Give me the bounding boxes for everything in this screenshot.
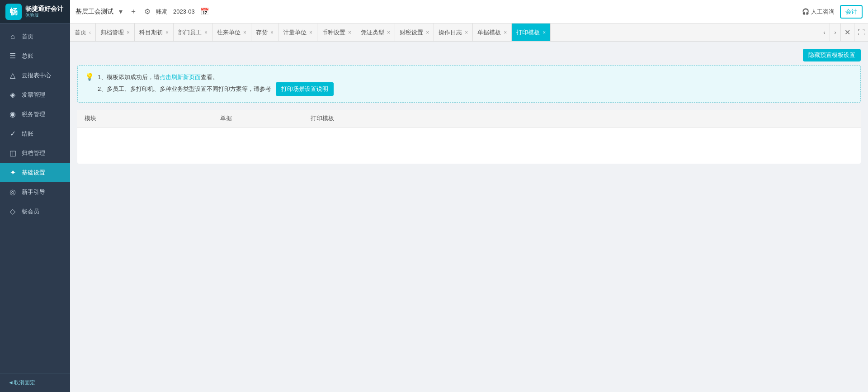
tab-partner[interactable]: 往来单位 × (212, 24, 251, 42)
nav-icon-guide: ◎ (8, 188, 17, 196)
logo-subtitle: 体验版 (25, 13, 63, 18)
tab-close-all[interactable]: ✕ (841, 24, 854, 42)
col-header-module: 模块 (77, 110, 213, 127)
tab-close-dept[interactable]: × (204, 29, 208, 36)
tab-close-tax_settings[interactable]: × (426, 29, 429, 36)
company-name: 基层工会测试 (75, 8, 113, 16)
tab-label-home: 首页 (75, 28, 86, 37)
main-content: 隐藏预置模板设置 💡 1、模板添加成功后，请点击刷新新页面查看。 2、多员工、多… (70, 42, 868, 392)
nav-label-home: 首页 (22, 33, 33, 41)
tab-currency[interactable]: 币种设置 × (317, 24, 356, 42)
tabs-bar: 首页 ‹归档管理 ×科目期初 ×部门员工 ×往来单位 ×存货 ×计量单位 ×币种… (70, 24, 868, 42)
tab-operation_log[interactable]: 操作日志 × (434, 24, 473, 42)
tab-dept[interactable]: 部门员工 × (174, 24, 212, 42)
tab-close-voucher_type[interactable]: × (387, 29, 390, 36)
notice-box: 💡 1、模板添加成功后，请点击刷新新页面查看。 2、多员工、多打印机、多种业务类… (77, 65, 861, 103)
tab-tax_settings[interactable]: 财税设置 × (395, 24, 434, 42)
account-button[interactable]: 会计 (840, 5, 863, 19)
tab-print_template[interactable]: 打印模板 × (512, 24, 551, 42)
tab-close-single_form[interactable]: × (504, 29, 507, 36)
tab-single_form[interactable]: 单据模板 × (473, 24, 512, 42)
tab-label-operation_log: 操作日志 (439, 28, 462, 37)
tab-label-subject: 科目期初 (139, 28, 163, 37)
tab-close-currency[interactable]: × (348, 29, 351, 36)
nav-label-tax: 税务管理 (22, 110, 45, 118)
sidebar-item-close[interactable]: ✓结账 (0, 124, 70, 143)
tab-label-dept: 部门员工 (178, 28, 202, 37)
tab-back-home[interactable]: ‹ (89, 29, 91, 36)
topbar-left: 基层工会测试 ▾ ＋ ⚙ 账期 2023-03 📅 (75, 5, 211, 18)
print-scene-btn[interactable]: 打印场景设置说明 (276, 82, 334, 95)
tab-label-partner: 往来单位 (217, 28, 241, 37)
nav-icon-home: ⌂ (8, 33, 17, 41)
tab-label-unit: 计量单位 (283, 28, 307, 37)
tab-unit[interactable]: 计量单位 × (278, 24, 317, 42)
tab-subject[interactable]: 科目期初 × (135, 24, 174, 42)
tab-voucher_type[interactable]: 凭证类型 × (356, 24, 395, 42)
tab-scroll-left[interactable]: ‹ (819, 24, 830, 42)
topbar: 基层工会测试 ▾ ＋ ⚙ 账期 2023-03 📅 🎧 人工咨询 会计 (70, 0, 868, 24)
sidebar-item-guide[interactable]: ◎新手引导 (0, 182, 70, 202)
tab-label-print_template: 打印模板 (516, 28, 540, 37)
tab-close-archive[interactable]: × (127, 29, 130, 36)
tab-close-unit[interactable]: × (309, 29, 312, 36)
sidebar-item-ledger[interactable]: ☰总账 (0, 46, 70, 66)
tab-close-inventory[interactable]: × (270, 29, 274, 36)
company-dropdown-icon[interactable]: ▾ (117, 5, 124, 18)
calendar-icon[interactable]: 📅 (198, 5, 211, 18)
nav-label-settings: 基础设置 (22, 169, 45, 177)
nav-icon-invoice: ◈ (8, 90, 17, 99)
sidebar-item-home[interactable]: ⌂首页 (0, 27, 70, 46)
logo-text: 畅捷通好会计 体验版 (25, 5, 63, 18)
sidebar-item-reports[interactable]: △云报表中心 (0, 66, 70, 85)
tab-label-archive: 归档管理 (100, 28, 124, 37)
tab-archive[interactable]: 归档管理 × (96, 24, 135, 42)
sidebar-item-vip[interactable]: ◇畅会员 (0, 202, 70, 221)
nav-label-close: 结账 (22, 130, 33, 138)
sidebar-nav: ⌂首页☰总账△云报表中心◈发票管理◉税务管理✓结账◫归档管理✦基础设置◎新手引导… (0, 24, 70, 373)
sidebar-item-invoice[interactable]: ◈发票管理 (0, 85, 70, 104)
settings-icon[interactable]: ⚙ (142, 5, 152, 18)
nav-label-guide: 新手引导 (22, 188, 45, 196)
nav-icon-reports: △ (8, 71, 17, 80)
nav-label-reports: 云报表中心 (22, 71, 51, 80)
table-header: 模块 单据 打印模板 (77, 110, 861, 128)
nav-icon-tax: ◉ (8, 110, 17, 118)
tab-close-operation_log[interactable]: × (465, 29, 468, 36)
nav-icon-archive: ◫ (8, 149, 17, 157)
logo-icon: 畅 (5, 4, 22, 20)
tab-label-single_form: 单据模板 (477, 28, 501, 37)
table-body (77, 128, 861, 164)
tab-expand[interactable]: ⛶ (854, 24, 868, 42)
tab-label-inventory: 存货 (256, 28, 268, 37)
sidebar-item-archive[interactable]: ◫归档管理 (0, 143, 70, 163)
topbar-right: 🎧 人工咨询 会计 (802, 5, 863, 19)
sidebar: 畅 畅捷通好会计 体验版 ⌂首页☰总账△云报表中心◈发票管理◉税务管理✓结账◫归… (0, 0, 70, 392)
logo-title: 畅捷通好会计 (25, 5, 63, 13)
notice-refresh-link[interactable]: 点击刷新新页面 (160, 74, 201, 80)
tab-inventory[interactable]: 存货 × (251, 24, 278, 42)
nav-label-ledger: 总账 (22, 52, 33, 60)
tab-scroll-right[interactable]: › (830, 24, 841, 42)
add-tab-icon[interactable]: ＋ (128, 5, 139, 18)
tab-close-partner[interactable]: × (243, 29, 246, 36)
period-label: 账期 (156, 8, 168, 16)
headset-icon: 🎧 (802, 8, 809, 15)
sidebar-item-settings[interactable]: ✦基础设置 (0, 163, 70, 182)
tab-label-currency: 币种设置 (322, 28, 345, 37)
notice-line1: 1、模板添加成功后，请点击刷新新页面查看。 (98, 72, 334, 82)
sidebar-item-tax[interactable]: ◉税务管理 (0, 104, 70, 124)
tab-close-print_template[interactable]: × (542, 29, 546, 36)
tab-home[interactable]: 首页 ‹ (70, 24, 96, 42)
notice-line2: 2、多员工、多打印机、多种业务类型设置不同打印方案等，请参考 打印场景设置说明 (98, 82, 334, 95)
nav-label-invoice: 发票管理 (22, 91, 45, 99)
period-value: 2023-03 (173, 8, 195, 15)
sidebar-unpin[interactable]: ◄取消固定 (0, 373, 70, 392)
col-header-template: 打印模板 (303, 110, 861, 127)
nav-label-archive: 归档管理 (22, 149, 45, 157)
tab-close-subject[interactable]: × (165, 29, 169, 36)
customer-service-btn[interactable]: 🎧 人工咨询 (802, 8, 835, 16)
nav-label-vip: 畅会员 (22, 208, 39, 216)
nav-icon-settings: ✦ (8, 168, 17, 177)
hide-template-button[interactable]: 隐藏预置模板设置 (803, 49, 861, 61)
